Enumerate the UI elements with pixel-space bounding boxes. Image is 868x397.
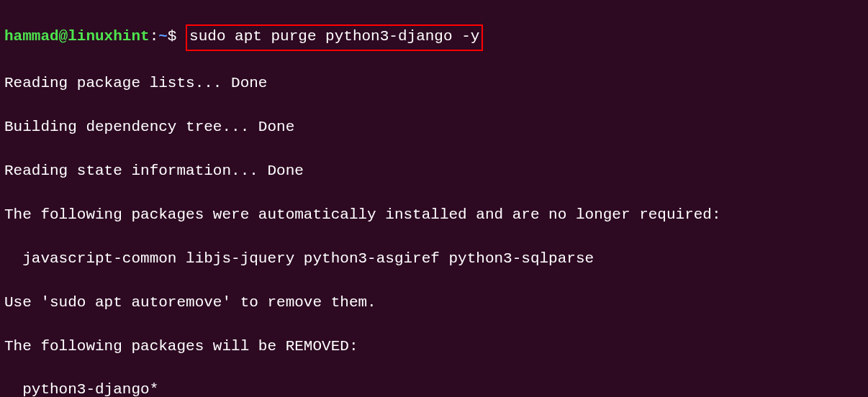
prompt-path: ~ xyxy=(158,28,168,45)
output-line: Building dependency tree... Done xyxy=(4,117,864,138)
output-line: The following packages were automaticall… xyxy=(4,204,864,226)
output-line: Reading package lists... Done xyxy=(4,73,864,94)
prompt-user: hammad@linuxhint xyxy=(4,28,150,45)
command-text: sudo apt purge python3-django -y xyxy=(189,28,479,45)
output-line: Reading state information... Done xyxy=(4,160,864,182)
prompt-colon: : xyxy=(150,28,159,45)
prompt-line-1: hammad@linuxhint:~$ sudo apt purge pytho… xyxy=(4,24,864,50)
output-line: The following packages will be REMOVED: xyxy=(4,336,864,357)
prompt-dollar: $ xyxy=(168,28,186,45)
output-line: python3-django* xyxy=(4,379,864,397)
output-line: javascript-common libjs-jquery python3-a… xyxy=(4,248,864,270)
terminal-window[interactable]: hammad@linuxhint:~$ sudo apt purge pytho… xyxy=(4,3,864,397)
output-line: Use 'sudo apt autoremove' to remove them… xyxy=(4,292,864,314)
command-highlight-box: sudo apt purge python3-django -y xyxy=(186,24,483,50)
